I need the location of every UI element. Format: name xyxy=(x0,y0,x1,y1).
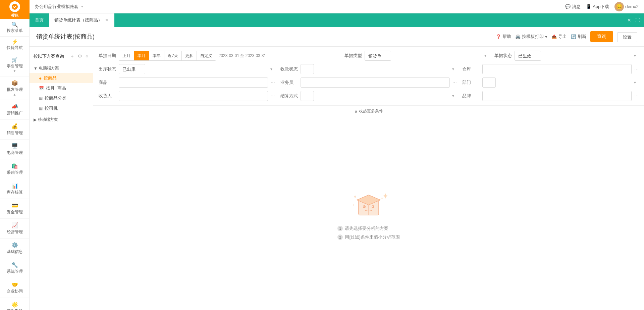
tab-close-icon[interactable]: ✕ xyxy=(104,17,109,23)
retail-label: 零售管理 xyxy=(7,63,23,69)
sidebar-item-retail[interactable]: 🛒 零售管理 ▼ xyxy=(0,53,29,76)
pc-section-title[interactable]: ▼ 电脑端方案 xyxy=(30,63,93,73)
operations-label: 经营管理 xyxy=(7,229,23,235)
add-scheme-icon[interactable]: ＋ xyxy=(69,53,75,60)
scheme-item-driver[interactable]: ▦ 按司机 xyxy=(30,103,93,113)
sidebar-item-guide[interactable]: 🌟 新手引导 xyxy=(0,298,29,310)
marketing-icon: 📣 xyxy=(11,103,18,110)
settlement-select[interactable] xyxy=(301,91,314,101)
retail-icon: 🛒 xyxy=(11,56,18,63)
right-panel: 单据日期 上月 本月 本年 近7天 更多 自定义 xyxy=(93,47,644,310)
user-avatar: 😊 xyxy=(614,2,624,11)
sidebar-item-finance[interactable]: 💳 资金管理 xyxy=(0,199,29,219)
scheme-item-by-goods[interactable]: ● 按商品 xyxy=(30,73,93,83)
payment-status-label: 收款状态 xyxy=(280,66,301,72)
staff-more-icon[interactable]: ··· xyxy=(452,80,457,86)
payment-status-wrapper xyxy=(301,64,457,74)
scheme-item-month-goods[interactable]: 📅 按月+商品 xyxy=(30,83,93,93)
sidebar-item-basic[interactable]: ⚙️ 基础信息 xyxy=(0,239,29,258)
app-download-button[interactable]: 📱 App下载 xyxy=(586,4,609,10)
empty-tip-2: 2 用[过滤]条件来缩小分析范围 xyxy=(337,234,399,240)
help-button[interactable]: ❓ 帮助 xyxy=(496,34,511,40)
sidebar-item-system[interactable]: 🔧 系统管理 xyxy=(0,258,29,278)
warehouse-status-select[interactable]: 已出库 xyxy=(119,64,145,74)
user-profile[interactable]: 😊 demo2 xyxy=(614,2,639,11)
settings-scheme-icon[interactable]: ⚙ xyxy=(77,53,83,60)
settings-button[interactable]: 设置 xyxy=(617,32,637,42)
template-print-button[interactable]: 🖨️ 按模板打印 ▾ xyxy=(515,34,547,40)
date-tab-last-month[interactable]: 上月 xyxy=(119,51,134,60)
sidebar-item-inventory[interactable]: 📊 库存核算 xyxy=(0,179,29,199)
refresh-icon: 🔄 xyxy=(571,34,576,39)
pc-section: ▼ 电脑端方案 ● 按商品 📅 按月+商品 ▦ 按商品分类 xyxy=(30,63,93,113)
close-window-icon[interactable]: ✕ xyxy=(626,16,633,24)
date-tab-this-year[interactable]: 本年 xyxy=(149,51,164,60)
goods-input[interactable] xyxy=(119,78,268,88)
brand-more-icon[interactable]: ··· xyxy=(634,93,639,99)
sidebar-item-ecommerce[interactable]: 🖥️ 电商管理 xyxy=(0,140,29,159)
tab-home-label: 首页 xyxy=(35,17,44,23)
doc-status-select[interactable]: 已生效 xyxy=(515,51,541,61)
tab-sales-stats[interactable]: 销货单统计表（按商品） ✕ xyxy=(49,13,114,27)
sidebar-item-enterprise[interactable]: 🤝 企业协同 xyxy=(0,278,29,298)
sidebar: 标账 🔍 搜索菜单 ⚡ 快捷导航 🛒 零售管理 ▼ 📦 批发管理 ▲ 📣 营销推… xyxy=(0,0,30,310)
scheme-item-goods-category[interactable]: ▦ 按商品分类 xyxy=(30,93,93,103)
inventory-icon: 📊 xyxy=(11,183,18,189)
date-tab-more[interactable]: 更多 xyxy=(182,51,197,60)
dept-label: 部门 xyxy=(462,80,482,86)
doc-status-select-wrapper: 已生效 xyxy=(515,51,639,61)
doc-type-select[interactable]: 销货单 xyxy=(365,51,391,61)
refresh-button[interactable]: 🔄 刷新 xyxy=(571,34,586,40)
empty-state: 1 请先选择要分析的方案 2 用[过滤]条件来缩小分析范围 xyxy=(93,117,644,310)
ecommerce-label: 电商管理 xyxy=(7,150,23,156)
date-tab-7days[interactable]: 近7天 xyxy=(164,51,182,60)
date-tab-custom[interactable]: 自定义 xyxy=(197,51,216,60)
filter-section: 单据日期 上月 本月 本年 近7天 更多 自定义 xyxy=(93,47,644,117)
payment-status-select[interactable] xyxy=(301,64,314,74)
doc-type-filter-item: 单据类型 销货单 xyxy=(344,51,489,61)
wholesale-icon: 📦 xyxy=(11,80,18,86)
warehouse-status-filter: 出库状态 已出库 xyxy=(99,64,275,74)
message-button[interactable]: 💬 消息 xyxy=(565,4,581,10)
staff-label: 业务员 xyxy=(280,80,301,86)
receiver-label: 收货人 xyxy=(99,93,119,99)
goods-more-icon[interactable]: ··· xyxy=(271,80,275,86)
dept-select[interactable] xyxy=(482,78,496,88)
warehouse-status-wrapper: 已出库 xyxy=(119,64,275,74)
maximize-icon[interactable]: ⛶ xyxy=(634,16,641,24)
brand-input[interactable] xyxy=(482,91,632,101)
sidebar-search[interactable]: 🔍 搜索菜单 xyxy=(0,19,29,37)
sidebar-item-marketing[interactable]: 📣 营销推广 xyxy=(0,100,29,120)
mobile-section-title[interactable]: ▶ 移动端方案 xyxy=(30,115,93,124)
filter-row-4: 收货人 ··· 结算方式 xyxy=(99,91,639,101)
warehouse-label: 仓库 xyxy=(462,66,482,72)
sidebar-quick-nav[interactable]: ⚡ 快捷导航 xyxy=(0,37,29,53)
sidebar-item-sales[interactable]: 💰 销售管理 xyxy=(0,120,29,140)
doc-status-filter-item: 单据状态 已生效 xyxy=(494,51,639,61)
collapse-icon: ∧ xyxy=(355,109,358,114)
breadcrumb-arrow-icon: ▾ xyxy=(81,4,83,9)
query-button[interactable]: 查询 xyxy=(590,31,613,42)
sidebar-item-operations[interactable]: 📈 经营管理 xyxy=(0,219,29,239)
brand-label: 品牌 xyxy=(462,93,482,99)
staff-input[interactable] xyxy=(301,78,450,88)
page-title: 销货单统计表(按商品) xyxy=(36,33,95,41)
sidebar-item-wholesale[interactable]: 📦 批发管理 ▲ xyxy=(0,76,29,100)
warehouse-input[interactable] xyxy=(482,64,632,74)
warehouse-more-icon[interactable]: ··· xyxy=(634,66,639,72)
svg-point-5 xyxy=(364,206,365,207)
svg-point-8 xyxy=(381,198,383,199)
sidebar-item-purchase[interactable]: 🛍️ 采购管理 xyxy=(0,159,29,179)
logo-icon xyxy=(9,1,20,12)
tab-home[interactable]: 首页 xyxy=(30,13,49,27)
receiver-more-icon[interactable]: ··· xyxy=(271,93,275,99)
receiver-input[interactable] xyxy=(119,91,268,101)
finance-label: 资金管理 xyxy=(7,209,23,215)
collapse-conditions-button[interactable]: ∧ 收起更多条件 xyxy=(93,105,644,117)
export-button[interactable]: 📤 导出 xyxy=(551,34,567,40)
date-tab-this-month[interactable]: 本月 xyxy=(134,51,149,60)
date-label: 单据日期 xyxy=(99,53,119,59)
inventory-label: 库存核算 xyxy=(7,190,23,195)
collapse-panel-icon[interactable]: « xyxy=(85,53,89,60)
driver-icon: ▦ xyxy=(39,106,43,111)
